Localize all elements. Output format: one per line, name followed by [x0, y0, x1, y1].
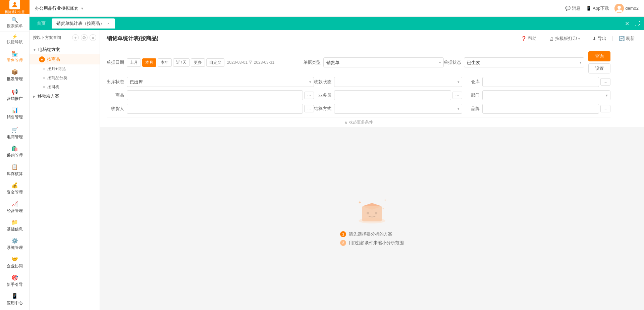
print-btn[interactable]: 🖨 按模板打印 ▾: [546, 34, 583, 43]
tab-expand-icon[interactable]: ⛶: [633, 19, 641, 28]
logo-text: 畅捷通好生意: [5, 10, 25, 14]
message-btn[interactable]: 💬 消息: [565, 5, 581, 11]
sidebar-item-retail[interactable]: 🏪 零售管理: [0, 48, 29, 66]
settings-btn[interactable]: 设置: [588, 63, 610, 73]
add-plan-btn[interactable]: +: [72, 34, 79, 41]
sidebar-item-weixin[interactable]: 💬 企业微信: [0, 309, 29, 310]
sidebar-item-guide[interactable]: 🎯 新手引导: [0, 272, 29, 290]
collapse-panel-btn[interactable]: «: [90, 34, 96, 41]
page-actions: ❓ 帮助 🖨 按模板打印 ▾ ⬇ 导出: [518, 34, 637, 43]
date-btn-this-year[interactable]: 本年: [158, 58, 172, 67]
date-btn-last-month[interactable]: 上月: [127, 58, 141, 67]
left-panel: 按以下方案查询 + ⚙ « ▼ 电脑端方案: [30, 30, 100, 310]
filter-item-warehouse: 仓库 ···: [462, 77, 610, 87]
help-btn[interactable]: ❓ 帮助: [518, 34, 539, 43]
gear-icon: ⚙: [82, 35, 86, 40]
sidebar-item-marketing[interactable]: 📢 营销推广: [0, 86, 29, 104]
date-btn-more[interactable]: 更多: [191, 58, 205, 67]
marketing-icon: 📢: [11, 89, 18, 95]
user-profile-btn[interactable]: demo2: [614, 4, 639, 13]
settlement-control: [334, 104, 462, 114]
filter-item-doc-type: 单据类型 销货单: [303, 57, 444, 67]
doc-status-select[interactable]: 已生效: [464, 57, 584, 67]
filter-row-4: 收货人 ··· 结算方式: [107, 104, 610, 114]
salesperson-dots-btn[interactable]: ···: [452, 92, 463, 99]
finance-icon: 💰: [11, 182, 18, 189]
refresh-btn[interactable]: 🔄 刷新: [616, 34, 637, 43]
tab-home[interactable]: 首页: [32, 18, 50, 29]
sidebar-item-wholesale[interactable]: 📦 批发管理: [0, 66, 29, 85]
tree-sub-item-by-category[interactable]: ≡ 按商品分类: [30, 73, 100, 83]
tree-item-by-goods[interactable]: ● 按商品: [30, 54, 100, 64]
doc-type-label: 单据类型: [303, 59, 321, 65]
date-btn-this-month[interactable]: 本月: [142, 58, 156, 67]
main-area: 办公用品行业模拟账套 ▾ 💬 消息 📱 App下载 demo2 首页: [30, 0, 644, 310]
export-icon: ⬇: [592, 36, 596, 41]
app-dropdown-icon[interactable]: ▾: [81, 6, 83, 11]
settlement-select[interactable]: [334, 104, 462, 114]
sidebar-item-operations[interactable]: 📈 经营管理: [0, 198, 29, 216]
date-btn-7days[interactable]: 近7天: [173, 58, 190, 67]
sales-icon: 📊: [11, 107, 18, 113]
warehouse-label: 仓库: [462, 79, 480, 85]
export-btn[interactable]: ⬇ 导出: [590, 34, 609, 43]
sidebar-item-inventory[interactable]: 📋 库存核算: [0, 161, 29, 179]
warehouse-status-select[interactable]: 已出库: [127, 77, 314, 87]
goods-input[interactable]: [127, 90, 303, 100]
sidebar-item-purchase-label: 采购管理: [7, 153, 23, 158]
empty-state-text: 1 请先选择要分析的方案 2 用[过滤]条件来缩小分析范围: [340, 231, 404, 246]
payment-status-select[interactable]: [334, 77, 462, 87]
tab-close-icon[interactable]: ×: [106, 21, 110, 26]
receiver-dots-btn[interactable]: ···: [304, 105, 314, 112]
receiver-input[interactable]: [127, 104, 303, 114]
tree-sub-label-driver: 按司机: [47, 84, 59, 90]
purchase-icon: 🛍️: [11, 145, 18, 152]
salesperson-label: 业务员: [314, 92, 331, 98]
sidebar-item-system[interactable]: ⚙️ 系统管理: [0, 235, 29, 253]
tab-minimize-icon[interactable]: ✕: [624, 19, 631, 28]
tab-active[interactable]: 销货单统计表（按商品） ×: [52, 18, 115, 29]
sidebar-item-ecommerce[interactable]: 🛒 电商管理: [0, 124, 29, 143]
search-menu[interactable]: 🔍 搜索菜单: [0, 14, 29, 32]
brand-dots-btn[interactable]: ···: [600, 105, 610, 112]
tree-group-mobile[interactable]: ▶ 移动端方案: [30, 92, 100, 101]
goods-dots-btn[interactable]: ···: [304, 92, 314, 99]
quick-nav-label: 快捷导航: [0, 39, 29, 45]
salesperson-input[interactable]: [334, 90, 451, 100]
app-download-btn[interactable]: 📱 App下载: [586, 5, 609, 11]
brand-input[interactable]: [482, 104, 599, 114]
filter-row-1: 单据日期 上月 本月 本年 近7天 更多 自定义 2023-03-01 至 20…: [107, 51, 610, 73]
sidebar-item-apps[interactable]: 📱 应用中心: [0, 290, 29, 309]
print-dropdown-icon: ▾: [578, 37, 580, 41]
filter-item-warehouse-status: 出库状态 已出库: [107, 77, 314, 87]
settings-plan-btn[interactable]: ⚙: [81, 34, 88, 41]
sidebar-item-wholesale-label: 批发管理: [7, 76, 23, 82]
doc-status-label: 单据状态: [444, 59, 461, 65]
app-name: 办公用品行业模拟账套: [35, 5, 78, 11]
collapse-bar[interactable]: ∧ 收起更多条件: [107, 117, 610, 127]
tab-active-label: 销货单统计表（按商品）: [56, 20, 104, 27]
warehouse-dots-btn[interactable]: ···: [600, 78, 610, 86]
guide-icon: 🎯: [11, 274, 18, 281]
sidebar: 畅捷通好生意 🔍 搜索菜单 ⚡ 快捷导航 🏪 零售管理 📦 批发管理 📢 营销推…: [0, 0, 30, 310]
sidebar-item-basic[interactable]: 📁 基础信息: [0, 216, 29, 235]
doc-type-select[interactable]: 销货单: [323, 57, 444, 67]
brand-label: 品牌: [462, 106, 480, 112]
goods-label: 商品: [107, 92, 124, 98]
dept-select[interactable]: [482, 90, 610, 100]
quick-nav[interactable]: ⚡ 快捷导航: [0, 32, 29, 46]
sidebar-item-enterprise[interactable]: 🤝 企业协同: [0, 253, 29, 272]
warehouse-input[interactable]: [482, 77, 599, 87]
date-btn-custom[interactable]: 自定义: [206, 58, 224, 67]
sidebar-item-ecommerce-label: 电商管理: [7, 134, 23, 140]
sidebar-item-finance[interactable]: 💰 资金管理: [0, 179, 29, 198]
sidebar-item-sales[interactable]: 📊 销售管理: [0, 104, 29, 123]
sidebar-item-marketing-label: 营销推广: [7, 96, 23, 102]
sidebar-item-purchase[interactable]: 🛍️ 采购管理: [0, 143, 29, 161]
query-btn[interactable]: 查询: [588, 51, 610, 61]
tree-sub-item-by-month[interactable]: ≡ 按月+商品: [30, 64, 100, 73]
tree-group-pc[interactable]: ▼ 电脑端方案: [30, 45, 100, 54]
empty-state-text-1: 请先选择要分析的方案: [349, 231, 392, 237]
tree-sub-item-by-driver[interactable]: ≡ 按司机: [30, 83, 100, 92]
filter-container: 单据日期 上月 本月 本年 近7天 更多 自定义 2023-03-01 至 20…: [100, 47, 644, 127]
